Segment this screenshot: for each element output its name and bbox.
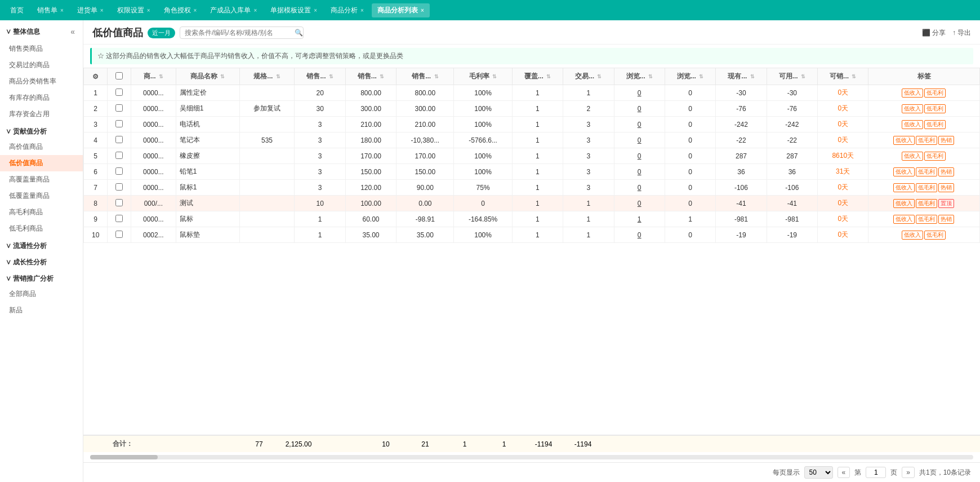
sidebar-item-high-coverage[interactable]: 高覆盖量商品: [0, 171, 83, 188]
nav-inbound-close[interactable]: ×: [253, 7, 257, 14]
nav-permissions-close[interactable]: ×: [147, 7, 150, 14]
col-margin-header[interactable]: 毛利率 ⇅: [454, 68, 512, 85]
search-input[interactable]: [180, 26, 304, 39]
nav-template-close[interactable]: ×: [314, 7, 317, 14]
nav-purchase[interactable]: 进货单 ×: [72, 3, 109, 17]
sidebar-item-traded[interactable]: 交易过的商品: [0, 57, 83, 73]
col-views2-header[interactable]: 浏览... ⇅: [665, 68, 715, 85]
col-sales2-header[interactable]: 销售... ⇅: [345, 68, 396, 85]
row-checkbox[interactable]: [108, 132, 131, 148]
h-scroll-container[interactable]: [83, 452, 980, 462]
nav-analysis-list-close[interactable]: ×: [421, 7, 424, 14]
nav-analysis-close[interactable]: ×: [360, 7, 364, 14]
browse-link[interactable]: 0: [638, 121, 642, 129]
sidebar-collapse-btn[interactable]: «: [68, 25, 77, 38]
row-checkbox[interactable]: [108, 227, 131, 243]
sidebar-item-inventory[interactable]: 有库存的商品: [0, 90, 83, 106]
row-select-checkbox[interactable]: [115, 136, 123, 143]
row-col7[interactable]: 0: [614, 117, 665, 132]
col-trade-header[interactable]: 交易... ⇅: [563, 68, 614, 85]
nav-sales-close[interactable]: ×: [60, 7, 64, 14]
row-checkbox[interactable]: [108, 180, 131, 196]
row-col7[interactable]: 0: [614, 180, 665, 196]
browse-link[interactable]: 0: [638, 152, 642, 160]
sidebar-item-high-value[interactable]: 高价值商品: [0, 139, 83, 155]
row-col7[interactable]: 0: [614, 85, 665, 101]
row-col7[interactable]: 1: [614, 211, 665, 227]
page-size-select[interactable]: 50 100 200: [804, 466, 833, 479]
col-code-header[interactable]: 商... ⇅: [131, 68, 176, 85]
nav-sales[interactable]: 销售单 ×: [32, 3, 69, 17]
col-views1-header[interactable]: 浏览... ⇅: [614, 68, 665, 85]
row-select-checkbox[interactable]: [115, 167, 123, 175]
export-button[interactable]: ↑ 导出: [952, 28, 971, 38]
sidebar-item-high-margin[interactable]: 高毛利商品: [0, 204, 83, 220]
next-page-btn[interactable]: »: [902, 467, 915, 478]
page-number-input[interactable]: [866, 467, 886, 478]
col-settings[interactable]: ⚙: [84, 68, 108, 85]
row-col7[interactable]: 0: [614, 227, 665, 243]
col-name-header[interactable]: 商品名称 ⇅: [176, 68, 239, 85]
sidebar-group-liquidity[interactable]: ∨ 流通性分析: [0, 237, 83, 253]
nav-roles-close[interactable]: ×: [194, 7, 197, 14]
nav-roles[interactable]: 角色授权 ×: [158, 3, 203, 17]
browse-link[interactable]: 0: [638, 231, 642, 239]
search-icon[interactable]: 🔍: [295, 29, 303, 37]
sidebar-item-new-goods[interactable]: 新品: [0, 302, 83, 319]
row-col7[interactable]: 0: [614, 148, 665, 164]
col-saleable-header[interactable]: 可销... ⇅: [818, 68, 868, 85]
col-checkbox[interactable]: [108, 68, 131, 85]
h-scrollbar-thumb[interactable]: [90, 455, 158, 459]
nav-purchase-close[interactable]: ×: [100, 7, 104, 14]
row-checkbox[interactable]: [108, 211, 131, 227]
row-col7[interactable]: 0: [614, 132, 665, 148]
row-checkbox[interactable]: [108, 164, 131, 180]
row-checkbox[interactable]: [108, 196, 131, 211]
sidebar-group-growth[interactable]: ∨ 成长性分析: [0, 253, 83, 269]
browse-link[interactable]: 0: [638, 89, 642, 97]
sidebar-item-capital[interactable]: 库存资金占用: [0, 106, 83, 122]
share-button[interactable]: ⬛ 分享: [922, 28, 946, 38]
sidebar-item-all-goods[interactable]: 全部商品: [0, 286, 83, 302]
sidebar-item-low-coverage[interactable]: 低覆盖量商品: [0, 188, 83, 204]
col-sales3-header[interactable]: 销售... ⇅: [397, 68, 454, 85]
col-available-header[interactable]: 可用... ⇅: [767, 68, 817, 85]
row-col7[interactable]: 0: [614, 164, 665, 180]
col-coverage-header[interactable]: 覆盖... ⇅: [512, 68, 563, 85]
nav-inbound[interactable]: 产成品入库单 ×: [204, 3, 262, 17]
row-col7[interactable]: 0: [614, 101, 665, 117]
nav-permissions[interactable]: 权限设置 ×: [112, 3, 156, 17]
browse-link[interactable]: 0: [638, 105, 642, 113]
browse-link[interactable]: 0: [638, 184, 642, 192]
row-checkbox[interactable]: [108, 117, 131, 132]
h-scrollbar-track[interactable]: [90, 455, 973, 459]
nav-home[interactable]: 首页: [5, 3, 29, 17]
sidebar-group-marketing[interactable]: ∨ 营销推广分析: [0, 269, 83, 286]
row-select-checkbox[interactable]: [115, 104, 123, 112]
row-checkbox[interactable]: [108, 85, 131, 101]
nav-template[interactable]: 单据模板设置 ×: [265, 3, 323, 17]
sidebar-item-sales-goods[interactable]: 销售类商品: [0, 41, 83, 57]
col-sales1-header[interactable]: 销售... ⇅: [295, 68, 345, 85]
browse-link[interactable]: 0: [638, 136, 642, 144]
row-select-checkbox[interactable]: [115, 231, 123, 238]
nav-analysis-list[interactable]: 商品分析列表 ×: [372, 3, 430, 17]
col-spec-header[interactable]: 规格... ⇅: [239, 68, 295, 85]
row-col7[interactable]: 0: [614, 196, 665, 211]
row-select-checkbox[interactable]: [115, 89, 123, 96]
first-page-btn[interactable]: «: [838, 467, 850, 478]
select-all-checkbox[interactable]: [115, 72, 123, 79]
row-select-checkbox[interactable]: [115, 215, 123, 222]
sidebar-group-overall[interactable]: ∨ 整体信息 «: [0, 20, 83, 41]
row-select-checkbox[interactable]: [115, 183, 123, 191]
row-checkbox[interactable]: [108, 101, 131, 117]
nav-analysis[interactable]: 商品分析 ×: [325, 3, 369, 17]
row-checkbox[interactable]: [108, 148, 131, 164]
browse-link[interactable]: 0: [638, 200, 642, 207]
sidebar-group-contribution[interactable]: ∨ 贡献值分析: [0, 122, 83, 139]
col-current-header[interactable]: 现有... ⇅: [716, 68, 767, 85]
row-select-checkbox[interactable]: [115, 199, 123, 206]
sidebar-item-category-rate[interactable]: 商品分类销售率: [0, 73, 83, 90]
row-select-checkbox[interactable]: [115, 120, 123, 127]
browse-link[interactable]: 0: [638, 168, 642, 176]
